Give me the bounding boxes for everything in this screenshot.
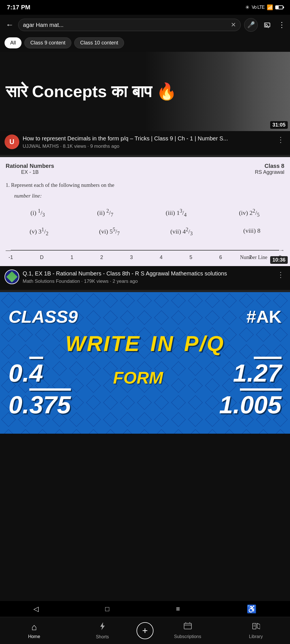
- filter-chip-class10[interactable]: Class 10 content: [74, 37, 124, 48]
- video-2-views: 179K views: [84, 279, 108, 284]
- android-back-button[interactable]: ◁: [27, 603, 45, 615]
- filter-chip-class9[interactable]: Class 9 content: [24, 37, 71, 48]
- bt-class9-label: CLASS9: [8, 307, 78, 327]
- mic-icon: 🎤: [247, 21, 255, 29]
- video-2-more[interactable]: ⋮: [276, 269, 285, 281]
- video-1-details: How to represent Decimals in the form p/…: [23, 134, 272, 149]
- nav-subscriptions[interactable]: Subscriptions: [153, 620, 222, 641]
- android-nav: ◁ □ ≡ ♿: [0, 601, 290, 617]
- search-bar[interactable]: agar Ham mat... ✕: [18, 19, 241, 31]
- nl-1: 1: [71, 254, 73, 260]
- number-line: — →: [6, 247, 284, 253]
- thumbnail-2[interactable]: Rational Numbers EX - 1B Class 8 RS Aggr…: [0, 157, 290, 266]
- accessibility-button[interactable]: ♿: [240, 602, 263, 616]
- nav-home[interactable]: ⌂ Home: [0, 620, 68, 641]
- shorts-icon: [99, 622, 106, 633]
- problem-parts-row2: (v) 31/2 (vi) 55/7 (vii) 42/3 (viii) 8: [6, 224, 284, 239]
- bt-form-label: FORM: [113, 368, 163, 388]
- bt-val1: 0.4: [8, 359, 43, 388]
- math-header-right: Class 8 RS Aggrawal: [255, 163, 284, 175]
- divider-1: [0, 155, 290, 157]
- status-time: 7:17 PM: [7, 4, 30, 11]
- part-vii: (vii) 42/3: [170, 224, 193, 239]
- add-icon: +: [142, 625, 148, 636]
- video-1-title[interactable]: How to represent Decimals in the form p/…: [23, 134, 272, 142]
- video-card-2: Rational Numbers EX - 1B Class 8 RS Aggr…: [0, 157, 290, 288]
- network-icon: Vo LTE: [252, 5, 265, 10]
- android-home-button[interactable]: □: [98, 603, 116, 615]
- problem-line2: number line:: [14, 191, 284, 201]
- status-bar: 7:17 PM ✳ Vo LTE 📶: [0, 0, 290, 15]
- bt-val1-overline: 4: [29, 359, 43, 387]
- bt-row3: 0.4 FORM 1.27: [8, 359, 282, 388]
- video-card-3: CLASS9 #AK WRITE IN P/Q 0.4 FORM 1.27 0.…: [0, 292, 290, 434]
- blue-thumbnail: CLASS9 #AK WRITE IN P/Q 0.4 FORM 1.27 0.…: [0, 292, 290, 434]
- status-icons: ✳ Vo LTE 📶: [245, 4, 283, 10]
- video-1-more[interactable]: ⋮: [276, 134, 285, 146]
- video-1-info: U How to represent Decimals in the form …: [0, 131, 290, 153]
- subscriptions-label: Subscriptions: [174, 634, 201, 639]
- bt-val2: 1.27: [233, 359, 282, 388]
- library-icon: [252, 622, 260, 632]
- nl-0: D: [40, 254, 44, 260]
- nl-6: 6: [219, 254, 222, 260]
- bt-val3-overline: 375: [29, 391, 71, 419]
- bluetooth-icon: ✳: [245, 4, 250, 10]
- home-icon: ⌂: [31, 622, 37, 632]
- thumbnail-1-title: सारे Concepts का बाप 🔥: [6, 82, 284, 100]
- video-1-meta: UJJWAL MATHS · 8.1K views · 9 months ago: [23, 144, 272, 149]
- cast-button[interactable]: [261, 18, 275, 32]
- part-ii: (ii) 2/7: [97, 206, 113, 220]
- video-1-views: 8.1K views: [63, 144, 86, 149]
- nl-3: 3: [130, 254, 133, 260]
- video-2-details: Q.1, EX 1B - Rational Numbers - Class 8t…: [23, 269, 272, 284]
- signal-icon: 📶: [267, 4, 273, 10]
- video-2-duration: 10:36: [270, 256, 288, 264]
- bottom-spacer: [0, 436, 290, 481]
- nav-shorts[interactable]: Shorts: [68, 619, 137, 642]
- bt-row4: 0.375 1.005: [8, 390, 282, 419]
- bt-row1: CLASS9 #AK: [8, 307, 282, 327]
- more-options-button[interactable]: ⋮: [278, 21, 285, 29]
- battery-icon: [275, 5, 283, 9]
- avatar-initial: U: [9, 138, 14, 146]
- nav-add-button[interactable]: +: [137, 622, 153, 639]
- nav-library[interactable]: Library: [222, 620, 290, 641]
- android-menu-button[interactable]: ≡: [169, 603, 187, 615]
- thumbnail-3[interactable]: CLASS9 #AK WRITE IN P/Q 0.4 FORM 1.27 0.…: [0, 292, 290, 434]
- bt-ak-label: #AK: [246, 307, 282, 327]
- filter-chip-all[interactable]: All: [5, 37, 22, 48]
- bt-val3: 0.375: [8, 390, 71, 419]
- bt-write-row: WRITE IN P/Q: [8, 331, 282, 356]
- number-line-label-text: Number Line: [240, 254, 267, 260]
- math-problem-text: 1. Represent each of the following numbe…: [6, 180, 284, 239]
- channel-avatar-1[interactable]: U: [5, 134, 19, 149]
- clear-button[interactable]: ✕: [231, 21, 236, 29]
- svg-marker-10: [257, 623, 260, 629]
- thumbnail-1[interactable]: सारे Concepts का बाप 🔥 31:05: [0, 52, 290, 131]
- part-v: (v) 31/2: [29, 224, 48, 239]
- video-2-age: 2 years ago: [113, 279, 138, 284]
- bt-val4: 1.005: [219, 390, 282, 419]
- math-header-left: Rational Numbers EX - 1B: [6, 163, 54, 175]
- part-i: (i) 1/3: [30, 206, 45, 220]
- video-2-meta: Math Solutions Foundation · 179K views ·…: [23, 279, 272, 284]
- video-1-channel: UJJWAL MATHS: [23, 144, 59, 149]
- math-rational-numbers: Rational Numbers: [6, 163, 54, 169]
- mic-button[interactable]: 🎤: [244, 18, 258, 32]
- part-iv: (iv) 22/5: [239, 206, 260, 220]
- bt-val4-overline: 005: [240, 391, 282, 419]
- search-text: agar Ham mat...: [23, 22, 229, 28]
- bt-in-label: IN: [150, 331, 174, 356]
- divider-2: [0, 290, 290, 292]
- header: ← agar Ham mat... ✕ 🎤 ⋮: [0, 15, 290, 35]
- subscriptions-icon: [184, 622, 192, 632]
- video-2-title[interactable]: Q.1, EX 1B - Rational Numbers - Class 8t…: [23, 269, 272, 277]
- nl-minus1: -1: [8, 254, 13, 260]
- math-ex-label: EX - 1B: [6, 169, 54, 175]
- channel-avatar-2[interactable]: [5, 269, 19, 284]
- part-iii: (iii) 13/4: [166, 206, 187, 220]
- bt-val2-overline: 27: [254, 359, 282, 387]
- back-button[interactable]: ←: [5, 19, 15, 31]
- bt-write-label: WRITE: [65, 331, 140, 356]
